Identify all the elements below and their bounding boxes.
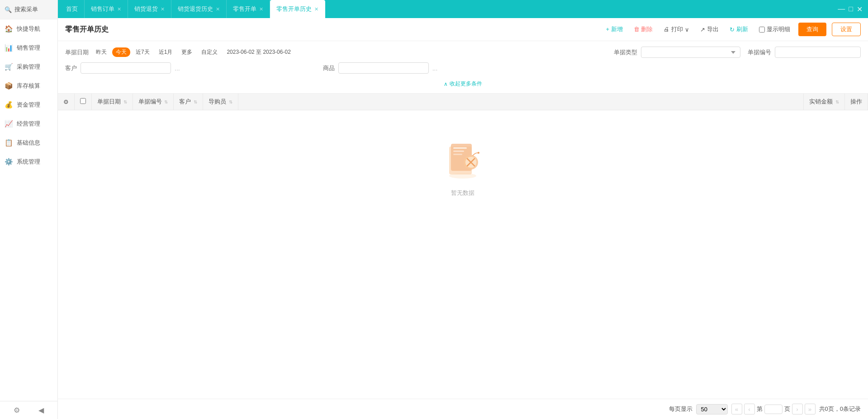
th-doc-date[interactable]: 单据日期 ⇅ bbox=[92, 94, 133, 110]
doc-type-select[interactable] bbox=[641, 47, 740, 58]
next-page-button[interactable]: › bbox=[792, 404, 803, 414]
tab-retail-open[interactable]: 零售开单✕ bbox=[227, 0, 270, 18]
table-wrapper: ⚙ 单据日期 ⇅ 单据编号 ⇅ bbox=[58, 94, 868, 399]
sidebar-item-sales-mgmt[interactable]: 📊销售管理 bbox=[0, 38, 57, 57]
tab-close-sales-return[interactable]: ✕ bbox=[161, 6, 165, 12]
sidebar-footer: ⚙ ◀ bbox=[0, 401, 57, 419]
filter-row-2: 客户 ... 商品 ... bbox=[65, 62, 861, 74]
date-opt-last1m[interactable]: 近1月 bbox=[155, 47, 176, 57]
date-opt-custom[interactable]: 自定义 bbox=[198, 47, 221, 57]
doc-no-input[interactable] bbox=[775, 47, 861, 58]
svg-rect-3 bbox=[453, 147, 467, 149]
th-guide[interactable]: 导购员 ⇅ bbox=[203, 94, 238, 110]
sort-guide-icon[interactable]: ⇅ bbox=[229, 99, 232, 104]
collapse-label: 收起更多条件 bbox=[450, 80, 482, 88]
sidebar-item-basic-info[interactable]: 📋基础信息 bbox=[0, 133, 57, 152]
date-opt-last7[interactable]: 近7天 bbox=[132, 47, 153, 57]
date-opt-more[interactable]: 更多 bbox=[178, 47, 196, 57]
svg-rect-5 bbox=[453, 154, 462, 155]
svg-point-10 bbox=[478, 152, 479, 154]
page-suffix-label: 页 bbox=[784, 405, 790, 413]
print-button[interactable]: 🖨 打印 ∨ bbox=[661, 24, 692, 35]
display-detail-checkbox[interactable] bbox=[759, 27, 765, 33]
window-minimize-icon[interactable]: — bbox=[838, 5, 845, 13]
goods-picker-icon[interactable]: ... bbox=[432, 65, 438, 72]
tab-close-retail-open-history[interactable]: ✕ bbox=[314, 6, 318, 12]
sales-mgmt-icon: 📊 bbox=[5, 44, 13, 52]
sort-actual-amount-icon[interactable]: ⇅ bbox=[835, 99, 839, 104]
window-close-icon[interactable]: ✕ bbox=[857, 5, 863, 14]
th-checkbox[interactable] bbox=[75, 94, 92, 110]
collapse-footer-icon[interactable]: ◀ bbox=[38, 406, 44, 414]
last-page-button[interactable]: » bbox=[805, 404, 816, 414]
search-label: 搜索采单 bbox=[14, 5, 38, 14]
prev-page-button[interactable]: ‹ bbox=[744, 404, 755, 414]
sort-customer-icon[interactable]: ⇅ bbox=[194, 99, 197, 104]
query-button[interactable]: 查询 bbox=[798, 23, 826, 36]
th-spacer bbox=[238, 94, 804, 110]
tab-close-retail-open[interactable]: ✕ bbox=[259, 6, 263, 12]
tab-label-home: 首页 bbox=[66, 5, 78, 13]
data-table: ⚙ 单据日期 ⇅ 单据编号 ⇅ bbox=[58, 94, 868, 224]
sidebar-item-purchase-mgmt[interactable]: 🛒采购管理 bbox=[0, 57, 57, 76]
date-opt-today[interactable]: 今天 bbox=[112, 47, 130, 57]
th-settings[interactable]: ⚙ bbox=[58, 94, 75, 110]
th-doc-no-label: 单据编号 bbox=[138, 98, 162, 105]
per-page-select[interactable]: 50 10 20 100 bbox=[696, 404, 728, 414]
search-icon: 🔍 bbox=[5, 6, 12, 13]
add-button[interactable]: + 新增 bbox=[603, 24, 626, 35]
tab-home[interactable]: 首页 bbox=[60, 0, 85, 18]
filter-goods: 商品 ... bbox=[323, 62, 438, 74]
collapse-bar[interactable]: ∧ 收起更多条件 bbox=[65, 78, 861, 91]
toolbar: + 新增 🗑 删除 🖨 打印 ∨ ↗ 导出 ↻ 刷新 显示明细 bbox=[603, 23, 861, 36]
settings-footer-icon[interactable]: ⚙ bbox=[14, 406, 20, 414]
tab-retail-open-history[interactable]: 零售开单历史✕ bbox=[270, 0, 325, 18]
delete-button[interactable]: 🗑 删除 bbox=[631, 24, 656, 35]
content-area: 零售开单历史 + 新增 🗑 删除 🖨 打印 ∨ ↗ 导出 ↻ 刷新 bbox=[58, 18, 868, 419]
tab-label-sales-order: 销售订单 bbox=[91, 5, 114, 13]
tab-sales-return[interactable]: 销货退货✕ bbox=[128, 0, 171, 18]
export-button[interactable]: ↗ 导出 bbox=[697, 24, 721, 35]
window-maximize-icon[interactable]: □ bbox=[849, 5, 853, 13]
sort-doc-no-icon[interactable]: ⇅ bbox=[164, 99, 168, 104]
th-customer-label: 客户 bbox=[179, 98, 191, 105]
filter-section: 单据日期 昨天今天近7天近1月更多自定义 2023-06-02 至 2023-0… bbox=[58, 41, 868, 94]
sort-doc-date-icon[interactable]: ⇅ bbox=[123, 99, 127, 104]
first-page-button[interactable]: « bbox=[731, 404, 742, 414]
goods-label: 商品 bbox=[323, 64, 335, 72]
tab-label-sales-return-history: 销货退货历史 bbox=[178, 5, 213, 13]
table-header-row: ⚙ 单据日期 ⇅ 单据编号 ⇅ bbox=[58, 94, 868, 110]
search-menu-item[interactable]: 🔍 搜索采单 bbox=[0, 0, 57, 19]
th-actual-amount-label: 实销金额 bbox=[809, 98, 833, 105]
display-detail-button[interactable]: 显示明细 bbox=[756, 24, 793, 35]
sidebar-item-finance[interactable]: 💰资金管理 bbox=[0, 95, 57, 114]
customer-picker-icon[interactable]: ... bbox=[175, 65, 180, 72]
table-body: 暂无数据 bbox=[58, 110, 868, 225]
tab-sales-order[interactable]: 销售订单✕ bbox=[85, 0, 128, 18]
main-area: 首页销售订单✕销货退货✕销货退货历史✕零售开单✕零售开单历史✕ — □ ✕ 零售… bbox=[58, 0, 868, 419]
operation-icon: 📈 bbox=[5, 120, 13, 128]
doc-type-label: 单据类型 bbox=[614, 48, 637, 56]
setting-button[interactable]: 设置 bbox=[832, 23, 861, 36]
page-prefix-label: 第 bbox=[757, 405, 763, 413]
refresh-button[interactable]: ↻ 刷新 bbox=[727, 24, 751, 35]
doc-no-label: 单据编号 bbox=[748, 48, 771, 56]
th-customer[interactable]: 客户 ⇅ bbox=[174, 94, 203, 110]
sidebar-item-operation[interactable]: 📈经营管理 bbox=[0, 114, 57, 133]
tab-close-sales-order[interactable]: ✕ bbox=[117, 6, 121, 12]
sidebar: 🔍 搜索采单 🏠快捷导航📊销售管理🛒采购管理📦库存核算💰资金管理📈经营管理📋基础… bbox=[0, 0, 58, 419]
sidebar-item-quick-nav[interactable]: 🏠快捷导航 bbox=[0, 19, 57, 38]
th-doc-no[interactable]: 单据编号 ⇅ bbox=[133, 94, 174, 110]
tab-sales-return-history[interactable]: 销货退货历史✕ bbox=[171, 0, 227, 18]
th-actual-amount[interactable]: 实销金额 ⇅ bbox=[804, 94, 845, 110]
select-all-checkbox[interactable] bbox=[80, 98, 86, 104]
page-number-input[interactable]: 1 bbox=[764, 405, 783, 414]
goods-input[interactable] bbox=[338, 62, 429, 74]
tab-close-sales-return-history[interactable]: ✕ bbox=[216, 6, 220, 12]
customer-input[interactable] bbox=[81, 62, 171, 74]
date-opt-yesterday[interactable]: 昨天 bbox=[92, 47, 110, 57]
sidebar-item-sys-mgmt[interactable]: ⚙️系统管理 bbox=[0, 152, 57, 171]
column-settings-icon[interactable]: ⚙ bbox=[63, 99, 69, 105]
sidebar-item-inventory[interactable]: 📦库存核算 bbox=[0, 76, 57, 95]
collapse-icon: ∧ bbox=[444, 81, 448, 87]
